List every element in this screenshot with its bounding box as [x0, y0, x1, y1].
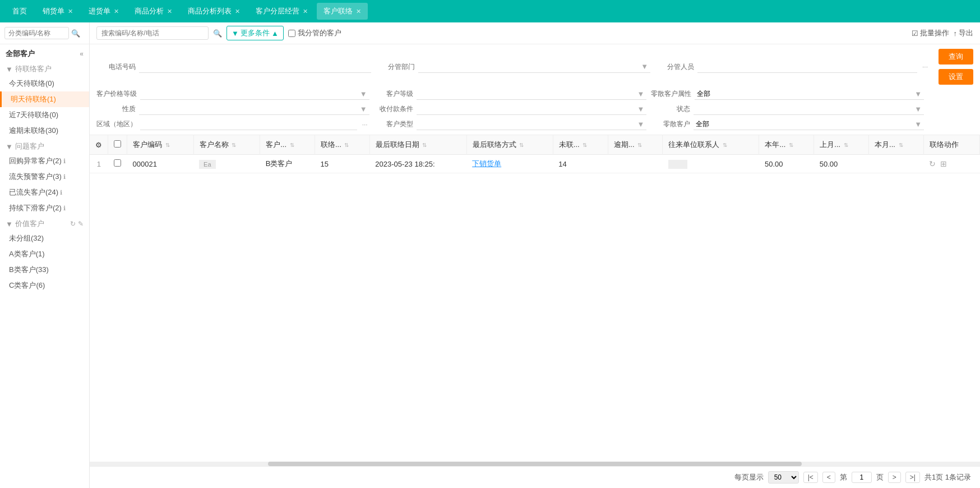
status-select[interactable] [694, 103, 924, 114]
query-btn[interactable]: 查询 [939, 49, 973, 65]
nav-close-customer-contact[interactable]: ✕ [356, 8, 361, 15]
phone-input[interactable] [139, 61, 371, 73]
nav-purchase-order[interactable]: 进货单 ✕ [82, 3, 126, 20]
nav-sales-order[interactable]: 销货单 ✕ [36, 3, 80, 20]
last-page-btn[interactable]: >| [905, 472, 920, 483]
filter-search-icon[interactable]: 🔍 [213, 29, 222, 38]
filter-bar: 🔍 ▼ 更多条件 ▲ 我分管的客户 ☑ 批量操作 ↑ 导出 [90, 22, 980, 44]
info-icon-1[interactable]: ℹ [63, 173, 66, 181]
th-customer-code-label: 客户编码 [133, 140, 162, 149]
sidebar-item-ungrouped[interactable]: 未分组(32) [0, 231, 89, 246]
row-customer-code: 000021 [127, 155, 194, 173]
customer-type-select[interactable] [417, 118, 647, 130]
info-icon-0[interactable]: ℹ [63, 158, 66, 165]
payment-terms-select[interactable] [417, 103, 647, 114]
filter-row-4: 区域（地区） ··· 客户类型 ▼ 零散客户 全部 [96, 118, 973, 130]
nav-close-product-analysis[interactable]: ✕ [167, 8, 172, 15]
sort-icon-date[interactable]: ⇅ [422, 142, 427, 148]
nav-close-purchase-order[interactable]: ✕ [114, 8, 119, 15]
sidebar-search-input[interactable] [4, 27, 69, 39]
row-num: 1 [90, 155, 108, 173]
dept-select[interactable] [418, 61, 650, 72]
sidebar-item-class-b[interactable]: B类客户(33) [0, 262, 89, 278]
nature-select[interactable] [139, 103, 369, 114]
sidebar-item-churned[interactable]: 已流失客户(24) ℹ [0, 185, 89, 200]
nav-product-analysis-list[interactable]: 商品分析列表 ✕ [181, 3, 247, 20]
per-page-select[interactable]: 50 100 200 [768, 471, 799, 484]
chevron-up-icon: ▲ [271, 29, 279, 38]
sidebar-item-declining[interactable]: 持续下滑客户(2) ℹ [0, 200, 89, 216]
person-ellipsis-btn[interactable]: ··· [921, 61, 930, 72]
collapse-arrow-problem[interactable]: ▼ [6, 142, 13, 151]
search-input[interactable] [96, 26, 209, 40]
select-all-checkbox[interactable] [114, 140, 121, 148]
collapse-arrow-value[interactable]: ▼ [6, 220, 13, 228]
nature-label: 性质 [96, 104, 136, 114]
batch-op-btn[interactable]: ☑ 批量操作 [912, 28, 949, 38]
my-customers-checkbox[interactable] [288, 30, 295, 37]
collapse-arrow-pending[interactable]: ▼ [6, 65, 13, 73]
sidebar-item-class-a[interactable]: A类客户(1) [0, 246, 89, 262]
row-this-month [869, 155, 924, 173]
person-input[interactable] [697, 61, 917, 73]
nav-product-analysis[interactable]: 商品分析 ✕ [128, 3, 179, 20]
nav-home[interactable]: 首页 [6, 3, 34, 20]
nav-close-customer-layered[interactable]: ✕ [303, 8, 308, 15]
more-conditions-btn[interactable]: ▼ 更多条件 ▲ [226, 26, 284, 40]
nav-customer-contact[interactable]: 客户联络 ✕ [317, 3, 368, 20]
first-page-btn[interactable]: |< [803, 472, 818, 483]
sort-icon-last-month[interactable]: ⇅ [844, 142, 848, 148]
page-num-input[interactable] [852, 472, 872, 483]
sidebar-item-week-contact[interactable]: 近7天待联络(0) [0, 107, 89, 123]
price-level-select[interactable] [140, 88, 369, 99]
th-actions: 联络动作 [923, 135, 979, 155]
filter-field-nature: 性质 ▼ [96, 103, 369, 115]
contact-method-link[interactable]: 下销货单 [472, 159, 501, 168]
horizontal-scrollbar[interactable] [90, 462, 980, 466]
sort-icon-year[interactable]: ⇅ [789, 142, 793, 148]
th-last-month: 上月... ⇅ [814, 135, 869, 155]
nav-close-sales-order[interactable]: ✕ [68, 8, 73, 15]
sort-icon-contact[interactable]: ⇅ [344, 142, 349, 148]
customer-level-select[interactable] [417, 88, 647, 99]
prev-page-btn[interactable]: < [822, 472, 835, 483]
info-icon-3[interactable]: ℹ [63, 205, 66, 212]
action-refresh-icon[interactable]: ↻ [929, 159, 936, 168]
sort-icon-this-month[interactable]: ⇅ [899, 142, 903, 148]
sidebar-item-repurchase-abnormal[interactable]: 回购异常客户(2) ℹ [0, 153, 89, 169]
retail-customer-select[interactable]: 全部 [694, 118, 924, 130]
sort-icon-name[interactable]: ⇅ [232, 142, 236, 148]
sidebar-item-class-c[interactable]: C类客户(6) [0, 278, 89, 293]
reset-btn[interactable]: 设置 [939, 69, 973, 85]
th-unlisted: 未联... ⇅ [553, 135, 608, 155]
nav-customer-layered[interactable]: 客户分层经营 ✕ [249, 3, 315, 20]
sort-icon-type[interactable]: ⇅ [290, 142, 294, 148]
sidebar-item-overdue-contact[interactable]: 逾期未联络(30) [0, 123, 89, 139]
group-problem-customers: ▼ 问题客户 [0, 139, 89, 153]
sidebar-item-tomorrow-contact[interactable]: 明天待联络(1) [0, 91, 89, 107]
my-customers-checkbox-label[interactable]: 我分管的客户 [288, 28, 341, 38]
sidebar-collapse-icon[interactable]: « [80, 50, 84, 58]
nav-close-product-analysis-list[interactable]: ✕ [235, 8, 240, 15]
next-page-btn[interactable]: > [888, 472, 901, 483]
region-ellipsis-btn[interactable]: ··· [360, 119, 369, 130]
sort-icon-unlisted[interactable]: ⇅ [583, 142, 587, 148]
retail-attr-select[interactable]: 全部 [695, 88, 924, 99]
row-checkbox[interactable] [114, 159, 121, 167]
sort-icon-person[interactable]: ⇅ [723, 142, 727, 148]
sidebar-item-today-contact[interactable]: 今天待联络(0) [0, 76, 89, 91]
sidebar-item-churn-warning[interactable]: 流失预警客户(3) ℹ [0, 169, 89, 185]
region-input[interactable] [140, 118, 357, 130]
scrollbar-thumb[interactable] [268, 462, 802, 466]
sort-icon-overdue[interactable]: ⇅ [637, 142, 642, 148]
sidebar-search-icon[interactable]: 🔍 [71, 29, 80, 38]
export-btn[interactable]: ↑ 导出 [954, 28, 974, 38]
sort-icon-method[interactable]: ⇅ [519, 142, 524, 148]
th-gear: ⚙ [90, 135, 108, 155]
value-group-refresh-icon[interactable]: ↻ [70, 220, 76, 228]
action-grid-icon[interactable]: ⊞ [940, 159, 947, 168]
info-icon-2[interactable]: ℹ [60, 189, 62, 196]
sort-icon-code[interactable]: ⇅ [165, 142, 170, 148]
value-group-edit-icon[interactable]: ✎ [78, 220, 84, 228]
main-layout: 🔍 全部客户 « ▼ 待联络客户 今天待联络(0) 明天待联络(1) 近7天待联… [0, 22, 980, 488]
